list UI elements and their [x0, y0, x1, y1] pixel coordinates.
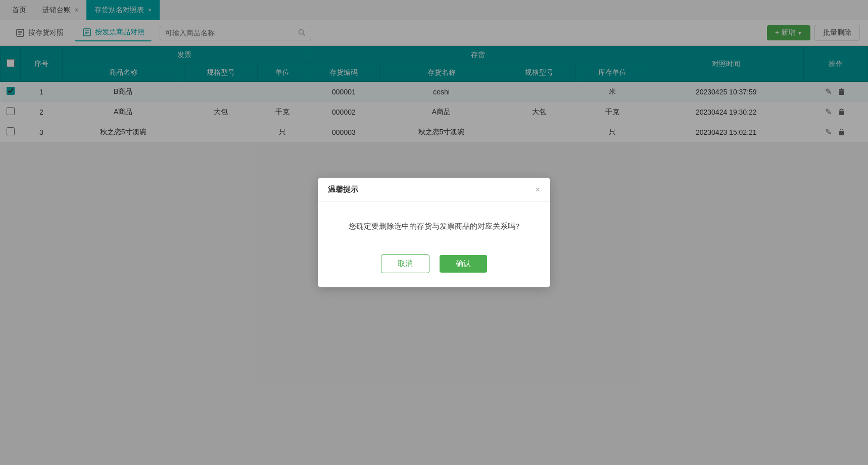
modal-overlay: 温馨提示 × 您确定要删除选中的存货与发票商品的对应关系吗? 取消 确认 — [0, 0, 868, 142]
